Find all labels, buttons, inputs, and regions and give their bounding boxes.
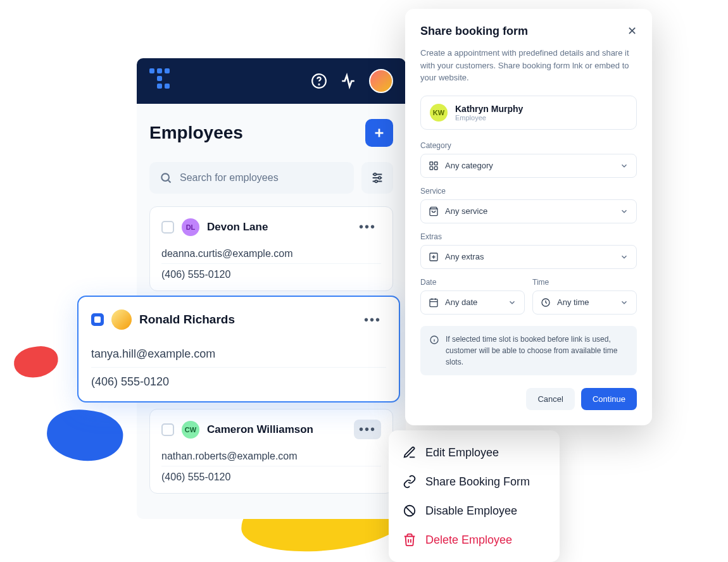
employee-name: Ronald Richards [139, 313, 235, 327]
cancel-button[interactable]: Cancel [526, 388, 574, 410]
service-label: Service [420, 187, 637, 196]
extras-select[interactable]: Any extras [420, 245, 637, 269]
help-icon[interactable] [311, 73, 327, 89]
info-icon [429, 335, 439, 345]
search-icon [160, 172, 172, 184]
time-label: Time [532, 278, 637, 287]
category-select[interactable]: Any category [420, 154, 637, 178]
employee-avatar: KW [430, 104, 448, 122]
user-avatar[interactable] [369, 69, 393, 93]
search-input[interactable]: Search for employees [149, 162, 354, 194]
employee-checkbox[interactable] [161, 221, 174, 234]
svg-point-1 [318, 84, 319, 85]
app-logo [149, 68, 175, 94]
chevron-down-icon [620, 298, 629, 307]
modal-title: Share booking form [420, 25, 528, 38]
employee-email: nathan.roberts@example.com [161, 447, 381, 466]
employee-phone: (406) 555-0120 [91, 368, 386, 389]
employee-card: DL Devon Lane ••• deanna.curtis@example.… [149, 206, 393, 291]
chevron-down-icon [620, 253, 629, 261]
employee-email: deanna.curtis@example.com [161, 244, 381, 264]
employee-context-menu: Edit Employee Share Booking Form Disable… [389, 430, 560, 562]
clock-icon [541, 297, 551, 308]
employee-email: tanya.hill@example.com [91, 341, 386, 368]
employee-more-button[interactable]: ••• [354, 217, 381, 237]
svg-point-5 [375, 180, 377, 183]
chevron-down-icon [508, 298, 517, 307]
time-select[interactable]: Any time [532, 290, 637, 315]
category-label: Category [420, 141, 637, 150]
employee-more-button[interactable]: ••• [354, 420, 381, 439]
page-title: Employees [149, 123, 243, 143]
plus-square-icon [429, 252, 439, 262]
grid-icon [429, 161, 439, 171]
svg-rect-8 [434, 162, 437, 165]
ban-icon [403, 504, 417, 518]
bag-icon [429, 206, 439, 216]
date-select[interactable]: Any date [420, 290, 525, 315]
svg-rect-12 [430, 299, 437, 306]
selected-employee-token: KW Kathryn Murphy Employee [420, 96, 637, 130]
trash-icon [403, 533, 417, 547]
svg-point-4 [379, 177, 381, 179]
close-button[interactable]: ✕ [627, 24, 637, 38]
app-header [137, 58, 406, 104]
share-booking-modal: Share booking form ✕ Create a appointmen… [405, 9, 652, 425]
svg-rect-10 [434, 166, 437, 170]
menu-disable-employee[interactable]: Disable Employee [389, 496, 560, 525]
employee-role: Employee [455, 114, 523, 122]
employee-card-selected: Ronald Richards ••• tanya.hill@example.c… [77, 296, 400, 403]
activity-icon[interactable] [340, 73, 356, 89]
search-placeholder: Search for employees [180, 172, 279, 184]
menu-delete-employee[interactable]: Delete Employee [389, 525, 560, 554]
employee-checkbox[interactable] [161, 423, 174, 436]
pencil-icon [403, 446, 417, 459]
employee-checkbox[interactable] [91, 313, 104, 326]
menu-edit-employee[interactable]: Edit Employee [389, 438, 560, 467]
chevron-down-icon [620, 161, 629, 170]
chevron-down-icon [620, 207, 629, 216]
svg-point-2 [161, 173, 169, 181]
modal-description: Create a appointment with predefined det… [420, 47, 637, 84]
continue-button[interactable]: Continue [581, 388, 637, 410]
employee-phone: (406) 555-0120 [161, 264, 381, 280]
service-select[interactable]: Any service [420, 199, 637, 223]
filter-button[interactable] [361, 162, 393, 194]
calendar-icon [429, 297, 439, 308]
extras-label: Extras [420, 232, 637, 241]
employee-name: Kathryn Murphy [455, 104, 523, 114]
decorative-blob-blue [44, 405, 126, 466]
link-icon [403, 475, 417, 489]
date-label: Date [420, 278, 525, 287]
employee-avatar: CW [182, 421, 199, 439]
svg-rect-9 [430, 166, 433, 170]
employee-name: Cameron Williamson [207, 423, 313, 436]
info-notice: If selected time slot is booked before l… [420, 326, 637, 375]
employee-card: CW Cameron Williamson ••• nathan.roberts… [149, 409, 393, 494]
svg-point-3 [374, 173, 377, 176]
employee-avatar: DL [182, 218, 199, 236]
add-employee-button[interactable] [365, 119, 393, 147]
employee-phone: (406) 555-0120 [161, 466, 381, 483]
decorative-blob-red [12, 344, 60, 380]
employee-avatar [111, 309, 132, 330]
employee-name: Devon Lane [207, 221, 268, 234]
svg-rect-7 [430, 162, 433, 165]
employee-more-button[interactable]: ••• [359, 310, 386, 330]
menu-share-booking-form[interactable]: Share Booking Form [389, 467, 560, 496]
